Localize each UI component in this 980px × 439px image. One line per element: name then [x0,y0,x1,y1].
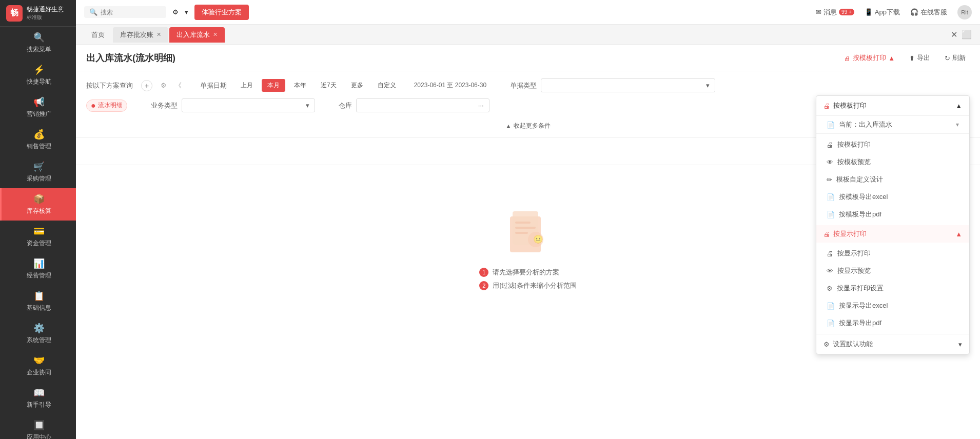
date-this-year[interactable]: 本年 [288,79,312,92]
sidebar-item-search-menu[interactable]: 🔍 搜索菜单 [0,27,76,59]
template-preview-label: 按模板预览 [837,157,871,167]
template-print-icon: 🖨 [827,141,833,149]
dropdown-display-export-excel[interactable]: 📄 按显示导出excel [816,297,969,314]
operations-icon: 📊 [33,258,45,269]
topbar-settings-icon[interactable]: ⚙ [172,8,179,16]
dropdown-template-export-excel[interactable]: 📄 按模板导出excel [816,188,969,206]
tab-batch-account[interactable]: 库存批次账 ✕ [113,27,168,43]
tab-flow[interactable]: 出入库流水 ✕ [169,27,225,43]
system-icon: ⚙️ [33,323,45,334]
export-button[interactable]: ⬆ 导出 [905,51,934,65]
date-this-month[interactable]: 本月 [262,79,285,92]
display-export-pdf-label: 按显示导出pdf [839,318,881,328]
dropdown-template-customize[interactable]: ✏ 模板自定义设计 [816,171,969,188]
dropdown-footer-label: 设置默认功能 [833,340,873,349]
industry-solution-button[interactable]: 体验行业方案 [194,5,249,20]
sidebar-item-quick-nav[interactable]: ⚡ 快捷导航 [0,59,76,91]
refresh-button[interactable]: ↻ 刷新 [940,51,970,65]
window-close-button[interactable]: ✕ [951,30,957,39]
online-service-button[interactable]: 🎧 在线客服 [910,8,947,17]
sidebar-item-label: 资金管理 [27,239,51,248]
warehouse-select[interactable]: ··· [356,98,489,112]
template-export-excel-label: 按模板导出excel [839,192,888,202]
sidebar-item-label: 搜索菜单 [27,45,51,54]
dropdown-current-item[interactable]: 📄 当前：出入库流水 ▾ [816,116,969,133]
display-print-settings-label: 按显示打印设置 [837,284,884,293]
sidebar-item-label: 快捷导航 [27,77,51,86]
sidebar-item-label: 营销推广 [27,110,51,118]
sidebar-item-cooperation[interactable]: 🤝 企业协同 [0,350,76,382]
tab-flow-close[interactable]: ✕ [213,31,218,38]
filter-chip-icon: ● [91,101,96,110]
sidebar-item-operations[interactable]: 📊 经营管理 [0,253,76,285]
doc-type-label: 单据类型 [510,81,537,90]
content-area: 出入库流水(流水明细) 🖨 按模板打印 ▲ ⬆ 导出 ↻ 刷新 [76,45,980,439]
business-type-dropdown-icon: ▾ [306,102,309,109]
dropdown-template-print[interactable]: 🖨 按模板打印 [816,136,969,153]
date-more[interactable]: 更多 [345,79,369,92]
display-preview-label: 按显示预览 [837,266,871,275]
business-type-select[interactable]: ▾ [182,98,315,112]
date-last-7[interactable]: 近7天 [315,79,342,92]
empty-steps: 1 请先选择要分析的方案 2 用[过滤]条件来缩小分析范围 [479,268,576,294]
sidebar-item-label: 采购管理 [27,174,51,183]
page-header: 出入库流水(流水明细) 🖨 按模板打印 ▲ ⬆ 导出 ↻ 刷新 [76,45,980,71]
svg-rect-3 [515,227,536,229]
sidebar-item-sales[interactable]: 💰 销售管理 [0,124,76,156]
date-custom[interactable]: 自定义 [372,79,402,92]
dropdown-display-export-pdf[interactable]: 📄 按显示导出pdf [816,314,969,332]
page-title: 出入库流水(流水明细) [86,52,175,64]
sidebar-item-tutorial[interactable]: 📖 新手引导 [0,382,76,414]
filter-add-button[interactable]: + [141,80,152,91]
dropdown-footer-icon: ⚙ [824,341,830,348]
topbar-search-box[interactable]: 🔍 [84,6,166,18]
dropdown-display-print[interactable]: 🖨 按显示打印 [816,245,969,262]
online-service-label: 在线客服 [920,8,947,17]
user-avatar[interactable]: Rit [957,5,972,19]
sidebar-item-finance[interactable]: 💳 资金管理 [0,221,76,253]
sidebar-item-basic-info[interactable]: 📋 基础信息 [0,285,76,317]
sidebar-item-label: 经营管理 [27,271,51,280]
sidebar-item-marketing[interactable]: 📢 营销推广 [0,91,76,124]
template-customize-icon: ✏ [827,176,832,184]
template-export-excel-icon: 📄 [827,193,835,201]
sidebar-item-label: 基础信息 [27,304,51,312]
sidebar-item-label: 销售管理 [27,142,51,151]
window-maximize-button[interactable]: ⬜ [962,30,972,39]
dropdown-display-preview[interactable]: 👁 按显示预览 [816,262,969,280]
user-name: Rit [961,9,968,15]
dropdown-template-preview[interactable]: 👁 按模板预览 [816,153,969,171]
filter-settings-icon[interactable]: ⚙ [161,82,167,89]
display-print-settings-icon: ⚙ [827,285,833,292]
dropdown-footer[interactable]: ⚙ 设置默认功能 ▾ [816,334,969,354]
display-section-title: 按显示打印 [833,229,867,238]
topbar-dropdown-icon[interactable]: ▾ [185,8,188,16]
doc-type-select[interactable]: ▾ [541,78,715,92]
date-last-month[interactable]: 上月 [235,79,259,92]
sidebar-item-purchase[interactable]: 🛒 采购管理 [0,156,76,188]
dropdown-display-section-header[interactable]: 🖨 按显示打印 ▲ [816,225,969,243]
display-export-excel-label: 按显示导出excel [839,301,888,310]
logo-line1: 畅捷通好生意 [27,5,64,14]
collapse-filter-button[interactable]: ▲ 收起更多条件 [505,122,551,130]
messages-button[interactable]: ✉ 消息 99 + [816,8,854,17]
app-download-button[interactable]: 📱 App下载 [865,8,900,17]
dropdown-title: 按模板打印 [833,101,867,110]
topbar-search-input[interactable] [101,9,161,16]
filter-collapse-icon[interactable]: 《 [175,81,182,90]
sidebar-item-system[interactable]: ⚙️ 系统管理 [0,317,76,350]
dropdown-template-export-pdf[interactable]: 📄 按模板导出pdf [816,206,969,223]
active-filter-chip: ● 流水明细 [86,99,127,112]
basic-info-icon: 📋 [33,290,45,302]
tab-batch-account-close[interactable]: ✕ [156,31,161,38]
dropdown-up-arrow[interactable]: ▲ [955,102,962,110]
headset-icon: 🎧 [910,8,918,16]
print-template-button[interactable]: 🖨 按模板打印 ▲ [840,51,899,65]
dropdown-current-label: 当前：出入库流水 [839,120,892,129]
warehouse-more-icon: ··· [478,102,484,109]
sidebar-item-inventory[interactable]: 📦 库存核算 [0,188,76,221]
sidebar-item-app-center[interactable]: 🔲 应用中心 [0,414,76,439]
display-preview-icon: 👁 [827,267,833,275]
tab-home[interactable]: 首页 [84,27,112,43]
dropdown-display-print-settings[interactable]: ⚙ 按显示打印设置 [816,280,969,297]
